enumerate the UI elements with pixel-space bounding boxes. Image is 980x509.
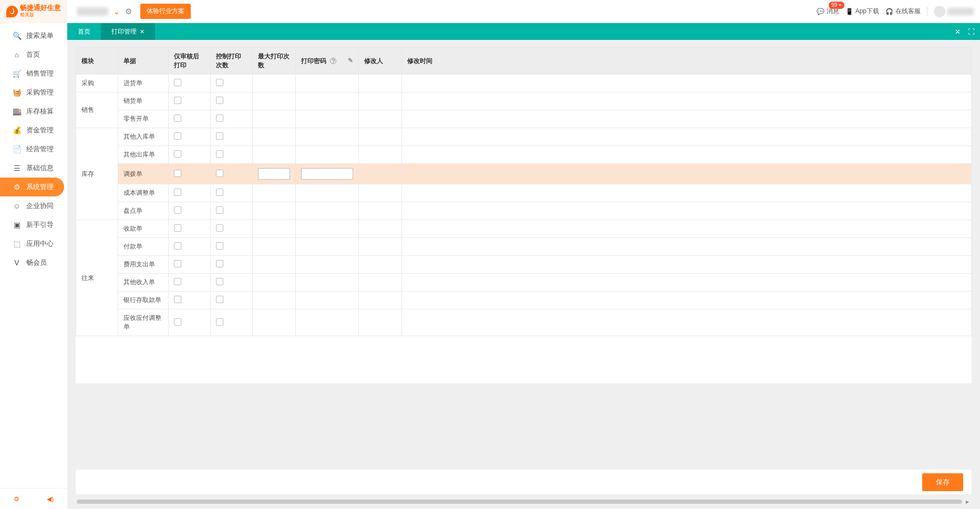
checkbox[interactable]	[216, 278, 223, 285]
checkbox[interactable]	[216, 150, 223, 158]
checkbox[interactable]	[174, 278, 181, 285]
checkbox[interactable]	[174, 150, 181, 158]
th-pwd: 打印密码 ? ✎	[296, 48, 359, 75]
topbar: 畅捷通好生意 精英版 ⌄ ⚙ 体验行业方案 💬 消息 99 + 📱 App下载 …	[0, 0, 980, 23]
checkbox[interactable]	[216, 318, 223, 326]
cell-password	[296, 128, 359, 146]
sidebar-item-search-menu[interactable]: 🔍搜索菜单	[0, 26, 67, 45]
sidebar-item-purchase[interactable]: 🧺采购管理	[0, 83, 67, 102]
cell-audit-only	[169, 238, 211, 256]
sidebar-item-label: 销售管理	[26, 69, 54, 78]
cell-max-count	[253, 292, 296, 309]
tab-首页[interactable]: 首页	[67, 23, 101, 40]
phone-icon: 📱	[845, 8, 853, 15]
sidebar-item-guide[interactable]: ▣新手引导	[0, 215, 67, 234]
checkbox[interactable]	[216, 242, 223, 250]
sidebar-item-home[interactable]: ⌂首页	[0, 45, 67, 64]
sidebar-item-inventory[interactable]: 🏬库存核算	[0, 102, 67, 121]
checkbox[interactable]	[174, 97, 181, 104]
cell-module: 往来	[76, 220, 118, 336]
user-menu[interactable]	[934, 6, 974, 17]
save-button[interactable]: 保存	[922, 473, 963, 491]
table-row: 费用支出单	[76, 256, 972, 274]
checkbox[interactable]	[174, 115, 181, 122]
checkbox[interactable]	[174, 260, 181, 267]
tab-close-icon[interactable]: ✕	[140, 28, 145, 35]
sidebar-item-label: 采购管理	[26, 88, 54, 97]
cell-audit-only	[169, 256, 211, 274]
help-icon[interactable]: ?	[330, 58, 336, 64]
password-input[interactable]	[301, 168, 353, 180]
checkbox[interactable]	[216, 170, 223, 177]
cell-modtime	[402, 146, 972, 164]
sidebar-item-label: 畅会员	[26, 258, 47, 267]
sidebar-item-operation[interactable]: 📄经营管理	[0, 140, 67, 159]
checkbox[interactable]	[174, 79, 181, 86]
cell-password	[296, 75, 359, 92]
checkbox[interactable]	[216, 97, 223, 104]
cell-doc: 收款单	[118, 220, 169, 238]
cell-ctrl-count	[211, 274, 253, 292]
max-count-input[interactable]	[258, 168, 290, 180]
cell-audit-only	[169, 220, 211, 238]
sidebar-item-basic[interactable]: ☰基础信息	[0, 159, 67, 178]
sidebar-list: 🔍搜索菜单⌂首页🛒销售管理🧺采购管理🏬库存核算💰资金管理📄经营管理☰基础信息⚙系…	[0, 23, 67, 488]
logo-edition: 精英版	[20, 12, 61, 18]
checkbox[interactable]	[216, 132, 223, 140]
checkbox[interactable]	[216, 79, 223, 86]
cell-modtime	[402, 110, 972, 128]
checkbox[interactable]	[216, 115, 223, 122]
checkbox[interactable]	[216, 224, 223, 232]
sidebar-item-collab[interactable]: ☺企业协同	[0, 196, 67, 215]
company-selector[interactable]: ⌄ ⚙	[77, 7, 140, 16]
table-row: 销售销货单	[76, 92, 972, 110]
horizontal-scrollbar[interactable]: ▸	[76, 498, 972, 505]
checkbox[interactable]	[174, 189, 181, 196]
cell-max-count	[253, 238, 296, 256]
sidebar-item-appcenter[interactable]: ⬚应用中心	[0, 234, 67, 253]
table-row: 成本调整单	[76, 184, 972, 202]
cell-doc: 成本调整单	[118, 184, 169, 202]
checkbox[interactable]	[174, 206, 181, 214]
checkbox[interactable]	[216, 206, 223, 214]
checkbox[interactable]	[216, 189, 223, 196]
edit-icon[interactable]: ✎	[348, 57, 353, 64]
messages-link[interactable]: 💬 消息 99 +	[817, 7, 839, 16]
cell-modifier	[359, 202, 402, 220]
scrollbar-arrow-right[interactable]: ▸	[964, 498, 971, 505]
sidebar-item-system[interactable]: ⚙系统管理	[0, 178, 64, 196]
checkbox[interactable]	[174, 318, 181, 326]
checkbox[interactable]	[174, 296, 181, 303]
sidebar-item-sales[interactable]: 🛒销售管理	[0, 64, 67, 83]
checkbox[interactable]	[216, 260, 223, 267]
sidebar-item-member[interactable]: V畅会员	[0, 253, 67, 272]
cell-audit-only	[169, 146, 211, 164]
industry-plan-button[interactable]: 体验行业方案	[140, 4, 191, 19]
sidebar-item-funds[interactable]: 💰资金管理	[0, 121, 67, 140]
checkbox[interactable]	[174, 170, 181, 177]
cell-modifier	[359, 164, 402, 184]
gear-icon[interactable]: ⚙	[125, 7, 132, 16]
checkbox[interactable]	[174, 132, 181, 140]
app-download-link[interactable]: 📱 App下载	[845, 7, 879, 16]
collapse-icon[interactable]: ◀)	[47, 495, 54, 503]
settings-icon[interactable]: ⚙	[14, 495, 19, 503]
checkbox[interactable]	[216, 296, 223, 303]
tab-打印管理[interactable]: 打印管理✕	[101, 23, 155, 40]
online-service-link[interactable]: 🎧 在线客服	[885, 7, 921, 16]
footer-bar: 保存	[76, 469, 972, 494]
cell-password	[296, 238, 359, 256]
logo[interactable]: 畅捷通好生意 精英版	[0, 0, 67, 23]
cell-doc: 其他收入单	[118, 274, 169, 292]
cell-max-count	[253, 309, 296, 336]
sidebar-footer: ⚙ ◀)	[0, 488, 67, 509]
checkbox[interactable]	[174, 224, 181, 232]
tab-close-all-icon[interactable]: ✕	[955, 28, 961, 36]
tab-label: 首页	[78, 27, 90, 36]
cell-ctrl-count	[211, 110, 253, 128]
fullscreen-icon[interactable]: ⛶	[968, 28, 975, 36]
cell-password	[296, 110, 359, 128]
checkbox[interactable]	[174, 242, 181, 250]
cell-modtime	[402, 164, 972, 184]
scrollbar-thumb[interactable]	[77, 500, 962, 504]
